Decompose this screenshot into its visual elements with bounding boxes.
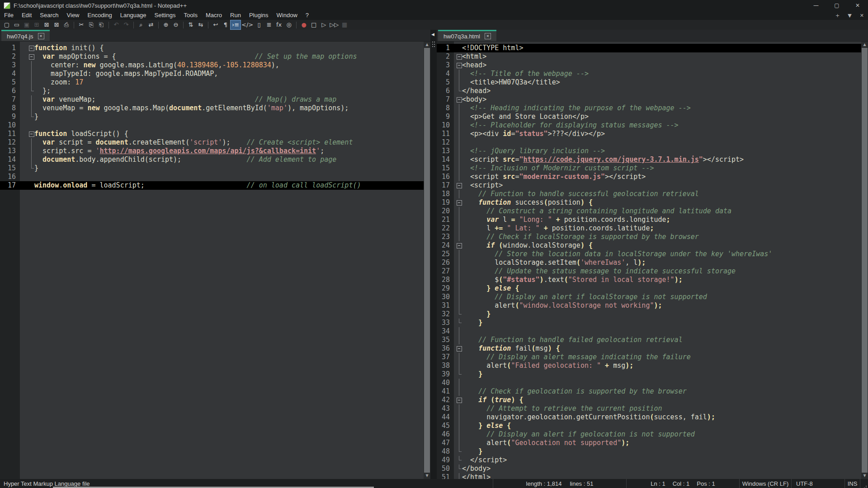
menu-item-language[interactable]: Language xyxy=(116,11,151,20)
document-map-icon[interactable]: ▯ xyxy=(254,20,264,29)
stop-recording-icon[interactable]: □ xyxy=(309,20,319,29)
fold-collapse-icon[interactable] xyxy=(456,61,462,70)
open-file-icon[interactable]: ▭ xyxy=(12,20,22,29)
copy-icon[interactable]: ⎘ xyxy=(86,20,96,29)
zoom-out-icon[interactable]: ⊖ xyxy=(171,20,181,29)
new-file-icon[interactable]: ▢ xyxy=(2,20,12,29)
code-line[interactable]: 41 // Check if geolocation is supported … xyxy=(437,387,861,396)
cut-icon[interactable]: ✂ xyxy=(76,20,86,29)
menu-item-help[interactable]: ? xyxy=(302,11,313,20)
maximize-button[interactable]: ▢ xyxy=(826,0,847,11)
code-line[interactable]: 12 var script = document.createElement('… xyxy=(0,138,424,147)
code-line[interactable]: 50</body> xyxy=(437,465,861,473)
word-wrap-icon[interactable]: ↩ xyxy=(211,20,221,29)
code-line[interactable]: 5 zoom: 17 xyxy=(0,78,424,87)
code-line[interactable]: 51</html> xyxy=(437,473,861,479)
run-macro-multiple-times-icon[interactable]: ▷▷ xyxy=(329,20,340,29)
close-icon[interactable]: ✕ xyxy=(856,13,868,19)
code-line[interactable]: 6</head> xyxy=(437,87,861,95)
splitter-grip[interactable] xyxy=(432,42,433,42)
scroll-down-icon[interactable]: ▼ xyxy=(861,473,868,479)
code-line[interactable]: 29 } else { xyxy=(437,284,861,293)
menu-item-tools[interactable]: Tools xyxy=(180,11,202,20)
fold-collapse-icon[interactable] xyxy=(456,181,462,190)
paste-icon[interactable]: ⎗ xyxy=(96,20,106,29)
find-icon[interactable]: ⌕ xyxy=(136,20,146,29)
code-line[interactable]: 47 alert("Geolocation not supported"); xyxy=(437,439,861,447)
code-line[interactable]: 5 <title>HW07Q3a</title> xyxy=(437,78,861,87)
code-line[interactable]: 39 } xyxy=(437,370,861,379)
show-all-characters-icon[interactable]: ¶ xyxy=(221,20,231,29)
code-line[interactable]: 4 <!-- Title of the webpage --> xyxy=(437,70,861,78)
collapse-left-icon[interactable]: ◀ xyxy=(431,32,434,37)
code-line[interactable]: 37 // Display an alert message indicatin… xyxy=(437,353,861,361)
code-line[interactable]: 17 <script> xyxy=(437,181,861,190)
code-line[interactable]: 8 <!-- Heading indicating the purpose of… xyxy=(437,104,861,113)
fold-collapse-icon[interactable] xyxy=(456,241,462,250)
scrollbar-thumb[interactable] xyxy=(862,48,868,473)
code-line[interactable]: 10 xyxy=(0,121,424,130)
fold-collapse-icon[interactable] xyxy=(28,130,34,138)
code-line[interactable]: 23 // Check if localStorage is supported… xyxy=(437,233,861,241)
scroll-down-icon[interactable]: ▼ xyxy=(424,473,430,479)
code-line[interactable]: 35 // Function to handle failed geolocat… xyxy=(437,336,861,344)
editor-right[interactable]: 1<!DOCTYPE html>2<html>3<head>4 <!-- Tit… xyxy=(437,42,868,479)
function-list-icon[interactable]: fx xyxy=(274,20,284,29)
status-insert-mode[interactable]: INS xyxy=(844,479,860,488)
fold-collapse-icon[interactable] xyxy=(28,52,34,61)
code-line[interactable]: 33 } xyxy=(437,319,861,327)
sync-horizontal-scrolling-icon[interactable]: ⇆ xyxy=(196,20,206,29)
status-eol-format[interactable]: Windows (CR LF) xyxy=(739,479,791,488)
pane-splitter[interactable]: ◀ xyxy=(430,30,437,479)
code-line[interactable]: 2 var mapOptions = { // Set up the map o… xyxy=(0,52,424,61)
code-line[interactable]: 9} xyxy=(0,113,424,121)
code-line[interactable]: 49 </script> xyxy=(437,456,861,465)
status-encoding[interactable]: UTF-8 xyxy=(791,479,844,488)
code-line[interactable]: 24 if (window.localStorage) { xyxy=(437,241,861,250)
code-line[interactable]: 10 <!-- Placeholder for displaying statu… xyxy=(437,121,861,130)
code-line[interactable]: 44 navigator.geolocation.getCurrentPosit… xyxy=(437,413,861,422)
code-line[interactable]: 22 l += " Lat: " + position.coords.latit… xyxy=(437,224,861,233)
code-line[interactable]: 16 <script src="modernizr-custom.js"></s… xyxy=(437,173,861,181)
code-line[interactable]: 25 // Store the location data in localSt… xyxy=(437,250,861,258)
menu-item-macro[interactable]: Macro xyxy=(202,11,226,20)
chevron-down-icon[interactable]: ▼ xyxy=(844,13,855,19)
record-macro-icon[interactable]: ● xyxy=(299,20,309,29)
code-line[interactable]: 48 } xyxy=(437,447,861,456)
scroll-up-icon[interactable]: ▲ xyxy=(424,42,430,48)
code-line[interactable]: 18 // Function to handle successful geol… xyxy=(437,190,861,198)
fold-collapse-icon[interactable] xyxy=(456,344,462,353)
code-line[interactable]: 17window.onload = loadScript; // on load… xyxy=(0,181,424,190)
code-line[interactable]: 31 alert("window.localStorage not workin… xyxy=(437,301,861,310)
replace-icon[interactable]: ⇄ xyxy=(146,20,156,29)
code-line[interactable]: 34 xyxy=(437,327,861,336)
code-line[interactable]: 7 var venueMap; // Map() draws a map xyxy=(0,95,424,104)
plus-icon[interactable]: + xyxy=(831,13,844,19)
code-line[interactable]: 16 xyxy=(0,173,424,181)
editor-left[interactable]: 1function init() {2 var mapOptions = { /… xyxy=(0,42,430,479)
code-line[interactable]: 26 localStorage.setItem('whereIwas', l); xyxy=(437,258,861,267)
code-line[interactable]: 2<html> xyxy=(437,52,861,61)
menu-item-plugins[interactable]: Plugins xyxy=(245,11,273,20)
scrollbar-thumb[interactable] xyxy=(424,48,430,473)
menu-item-window[interactable]: Window xyxy=(273,11,302,20)
fold-collapse-icon[interactable] xyxy=(456,95,462,104)
fold-collapse-icon[interactable] xyxy=(456,52,462,61)
code-line[interactable]: 38 alert("Failed geolocation: " + msg); xyxy=(437,361,861,370)
code-line[interactable]: 14 document.body.appendChild(script); //… xyxy=(0,155,424,164)
code-line[interactable]: 27 // Update the status message to indic… xyxy=(437,267,861,276)
code-line[interactable]: 40 xyxy=(437,379,861,387)
fold-collapse-icon[interactable] xyxy=(456,396,462,404)
code-line[interactable]: 6 }; xyxy=(0,87,424,95)
sync-vertical-scrolling-icon[interactable]: ⇅ xyxy=(186,20,196,29)
tab-hw07q3a-html[interactable]: hw07q3a.html ✕ xyxy=(438,30,496,41)
code-line[interactable]: 11 <p><div id="status">???</div></p> xyxy=(437,130,861,138)
code-line[interactable]: 15 <!-- Inclusion of Modernizr custom sc… xyxy=(437,164,861,173)
code-line[interactable]: 14 <script src="https://code.jquery.com/… xyxy=(437,155,861,164)
code-line[interactable]: 28 $("#status").text("Stored in local st… xyxy=(437,276,861,284)
code-line[interactable]: 45 } else { xyxy=(437,422,861,430)
scroll-up-icon[interactable]: ▲ xyxy=(861,42,868,48)
menu-item-settings[interactable]: Settings xyxy=(151,11,180,20)
code-line[interactable]: 15} xyxy=(0,164,424,173)
code-line[interactable]: 1<!DOCTYPE html> xyxy=(437,44,861,52)
